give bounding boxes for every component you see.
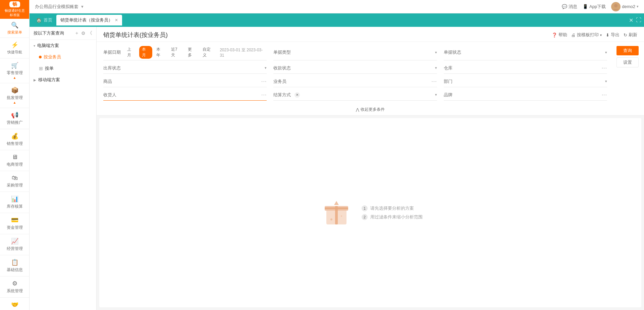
left-panel-header: 按以下方案查询 ＋ ⚙ 《 <box>30 27 96 40</box>
dept-control[interactable]: ▾ <box>465 79 607 84</box>
inventory-icon: 📊 <box>11 195 18 203</box>
search-menu[interactable]: 🔍 搜索菜单 <box>0 19 29 38</box>
selected-dot <box>39 56 42 58</box>
sidebar-item-wholesale[interactable]: 📦 批发管理 ▲ <box>0 83 29 108</box>
content-area: 按以下方案查询 ＋ ⚙ 《 ▾ 电脑端方案 按业务员 ⊞ 按单 <box>30 27 644 310</box>
date-tab-this-month[interactable]: 本月 <box>139 46 153 59</box>
left-panel-title: 按以下方案查询 <box>34 30 64 36</box>
brand-control[interactable]: ··· <box>465 92 607 98</box>
tabbar: 🏠 首页 销货单统计表（按业务员） ✕ ✕ ⛶ <box>30 13 644 27</box>
system-icon: ⚙ <box>12 280 17 287</box>
date-tab-custom[interactable]: 自定义 <box>200 46 217 59</box>
dept-label: 部门 <box>444 79 462 85</box>
date-tab-this-year[interactable]: 本年 <box>154 46 167 59</box>
tip-text-1: 请先选择要分析的方案 <box>370 205 414 211</box>
goods-filter-cell: 商品 ··· <box>103 77 267 87</box>
sidebar-item-retail[interactable]: 🛒 零售管理 ▲ <box>0 58 29 83</box>
logo-icon: 畅 <box>9 1 20 7</box>
warehouse-dots[interactable]: ··· <box>602 65 607 71</box>
sidebar-item-purchase[interactable]: 🛍 采购管理 <box>0 171 29 192</box>
search-icon: 🔍 <box>11 21 18 29</box>
tab-home[interactable]: 🏠 首页 <box>32 15 56 25</box>
salesman-control[interactable]: ··· <box>294 79 437 85</box>
tab-close-window-btn[interactable]: ✕ <box>629 17 633 23</box>
settings-plan-btn[interactable]: ⚙ <box>81 31 86 36</box>
query-button[interactable]: 查询 <box>616 46 639 55</box>
desktop-section-label: 电脑端方案 <box>37 43 59 49</box>
sales-label: 销售管理 <box>7 141 23 147</box>
breadcrumb-dropdown-icon[interactable]: ▾ <box>81 4 84 9</box>
tree-item-by-salesman[interactable]: 按业务员 <box>30 51 96 63</box>
collect-status-filter-cell: 收款状态 ▾ <box>273 64 437 74</box>
sidebar-item-enterprise[interactable]: 🤝 企业协同 <box>0 298 29 310</box>
app-download-btn[interactable]: 📱 App下载 <box>583 4 606 10</box>
by-salesman-label: 按业务员 <box>44 54 61 60</box>
sidebar-item-operations[interactable]: 📈 经营管理 <box>0 234 29 255</box>
warehouse-filter-cell: 仓库 ··· <box>444 64 607 74</box>
export-icon: ⬇ <box>606 33 609 38</box>
system-label: 系统管理 <box>7 288 23 294</box>
settings-button[interactable]: 设置 <box>616 57 639 67</box>
collapse-panel-btn[interactable]: 《 <box>88 30 92 36</box>
doc-type-control[interactable]: ▾ <box>294 50 437 55</box>
sidebar-item-base[interactable]: 📋 基础信息 <box>0 255 29 276</box>
date-tab-more[interactable]: 更多 <box>185 46 199 59</box>
collapse-btn[interactable]: ⋀ 收起更多条件 <box>356 107 385 112</box>
tree-section-desktop[interactable]: ▾ 电脑端方案 <box>30 40 96 51</box>
tree-item-by-order[interactable]: ⊞ 按单 <box>30 63 96 74</box>
print-btn[interactable]: 🖨 按模板打印 ▾ <box>571 32 602 38</box>
left-panel: 按以下方案查询 ＋ ⚙ 《 ▾ 电脑端方案 按业务员 ⊞ 按单 <box>30 27 97 310</box>
export-btn[interactable]: ⬇ 导出 <box>606 32 620 38</box>
goods-control[interactable]: ··· <box>124 79 267 85</box>
tab-close-btn[interactable]: ✕ <box>115 18 118 22</box>
date-tab-7days[interactable]: 近7天 <box>168 46 184 59</box>
doc-status-filter-cell: 单据状态 ▾ <box>444 46 607 60</box>
by-order-label: 按单 <box>45 65 54 71</box>
app-name: 畅捷通好生意 <box>5 8 25 13</box>
out-status-control[interactable]: ▾ <box>124 66 267 70</box>
wholesale-icon: 📦 <box>11 87 18 94</box>
sidebar-item-sales[interactable]: 💰 销售管理 <box>0 129 29 150</box>
refresh-btn[interactable]: ↻ 刷新 <box>624 32 637 38</box>
date-tab-last-month[interactable]: 上月 <box>124 46 138 59</box>
salesman-dots[interactable]: ··· <box>431 79 437 85</box>
print-dropdown-icon: ▾ <box>600 33 602 37</box>
page-header: 销货单统计表(按业务员) ❓ 帮助 🖨 按模板打印 ▾ ⬇ 导出 <box>97 27 644 42</box>
shortcut-nav[interactable]: ⚡ 快捷导航 <box>0 38 29 58</box>
tab-report[interactable]: 销货单统计表（按业务员） ✕ <box>56 15 122 25</box>
empty-tip-2: 2 用过滤条件来缩小分析范围 <box>362 214 423 220</box>
mobile-arrow-icon: ▶ <box>34 78 36 82</box>
message-label: 消息 <box>569 4 577 10</box>
inventory-label: 库存核算 <box>7 204 23 209</box>
user-area[interactable]: demo2 ▾ <box>611 2 639 11</box>
tabbar-actions: ✕ ⛶ <box>629 17 641 23</box>
warehouse-control[interactable]: ··· <box>465 65 607 71</box>
mobile-section-label: 移动端方案 <box>38 77 60 83</box>
receiver-input[interactable] <box>124 92 261 97</box>
sales-icon: 💰 <box>11 133 18 140</box>
help-btn[interactable]: ❓ 帮助 <box>552 32 567 38</box>
sidebar-item-inventory[interactable]: 📊 库存核算 <box>0 192 29 213</box>
sidebar-item-ecommerce[interactable]: 🖥 电商管理 <box>0 150 29 171</box>
sidebar-item-finance[interactable]: 💳 资金管理 <box>0 213 29 234</box>
receiver-control[interactable]: ··· <box>124 92 267 98</box>
message-btn[interactable]: 💬 消息 <box>562 4 577 10</box>
tree-section-mobile[interactable]: ▶ 移动端方案 <box>30 74 96 86</box>
add-plan-btn[interactable]: ＋ <box>74 30 79 36</box>
collect-status-control[interactable]: ▾ <box>294 66 437 70</box>
tip-num-2: 2 <box>362 214 368 220</box>
sidebar-item-system[interactable]: ⚙ 系统管理 <box>0 276 29 298</box>
tab-maximize-btn[interactable]: ⛶ <box>636 17 641 23</box>
out-status-label: 出库状态 <box>103 65 122 71</box>
out-status-chevron: ▾ <box>265 66 267 70</box>
brand-filter-cell: 品牌 ··· <box>444 91 607 101</box>
sidebar-item-marketing[interactable]: 📢 营销推广 <box>0 108 29 129</box>
print-label: 按模板打印 <box>577 32 599 38</box>
goods-dots[interactable]: ··· <box>261 79 267 85</box>
receiver-dots[interactable]: ··· <box>261 92 267 98</box>
brand-dots[interactable]: ··· <box>602 92 607 98</box>
doc-status-control[interactable]: ▾ <box>465 50 607 55</box>
base-icon: 📋 <box>11 259 18 266</box>
date-range-text: 2023-03-01 至 2023-03-31 <box>220 47 267 58</box>
settle-clear-btn[interactable]: ✕ <box>294 92 300 98</box>
